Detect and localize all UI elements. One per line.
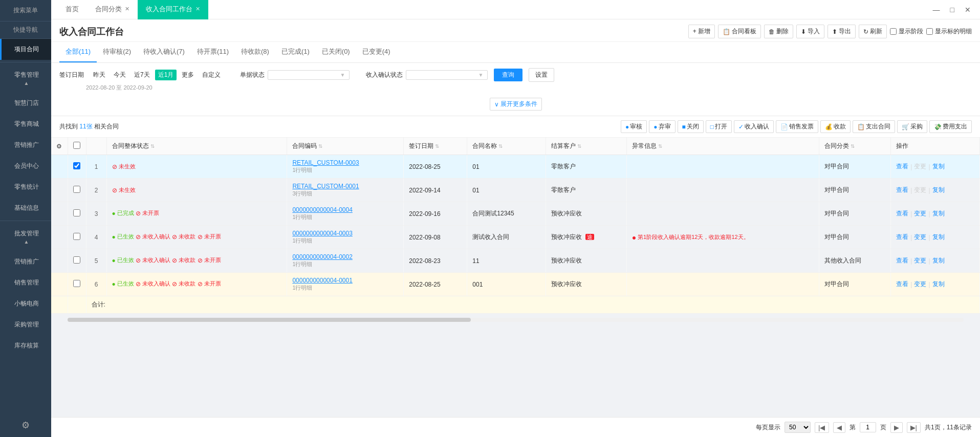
tab-home[interactable]: 首页 <box>57 0 87 19</box>
action-income-confirm-btn[interactable]: ✓ 收入确认 <box>734 120 774 133</box>
close-btn[interactable]: ✕ <box>962 6 974 14</box>
show-details-checkbox[interactable]: 显示标的明细 <box>926 27 972 36</box>
sidebar-item-member[interactable]: 会员中心 <box>0 156 51 177</box>
contract-link-4[interactable]: 0000000000004-0003 <box>292 230 398 237</box>
status-tab-pending-invoice[interactable]: 待开票(11) <box>191 42 235 62</box>
row-checkbox-3[interactable] <box>73 209 80 216</box>
action-expense-btn[interactable]: 💸 费用支出 <box>929 120 972 133</box>
status-tab-closed[interactable]: 已关闭(0) <box>316 42 356 62</box>
action-review-btn[interactable]: ● 审核 <box>621 120 647 133</box>
sidebar-nav[interactable]: 快捷导航 <box>0 21 51 39</box>
tab-income-workbench[interactable]: 收入合同工作台 ✕ <box>138 0 208 19</box>
action-close-btn[interactable]: ■ 关闭 <box>678 120 704 133</box>
date-btn-more[interactable]: 更多 <box>179 70 197 80</box>
action-abandon-review-btn[interactable]: ● 弃审 <box>649 120 675 133</box>
date-btn-1month[interactable]: 近1月 <box>155 70 177 80</box>
date-btn-custom[interactable]: 自定义 <box>199 70 224 80</box>
h-scroll[interactable] <box>68 318 964 322</box>
view-btn-3[interactable]: 查看 <box>896 209 908 218</box>
view-btn-5[interactable]: 查看 <box>896 256 908 265</box>
gear-icon[interactable]: ⚙ <box>56 143 62 150</box>
sidebar-item-purchase[interactable]: 采购管理 <box>0 314 51 335</box>
copy-btn-6[interactable]: 复制 <box>932 280 945 289</box>
tab-close-income-workbench[interactable]: ✕ <box>195 6 200 12</box>
action-open-btn[interactable]: □ 打开 <box>706 120 732 133</box>
sidebar-item-retail-stat[interactable]: 零售统计 <box>0 177 51 198</box>
refresh-button[interactable]: ↻ 刷新 <box>859 25 887 38</box>
sidebar-item-marketing[interactable]: 营销推广 <box>0 135 51 156</box>
row-checkbox-1[interactable] <box>73 162 80 169</box>
copy-btn-1[interactable]: 复制 <box>932 162 945 171</box>
status-tab-pending-income-confirm[interactable]: 待收入确认(7) <box>137 42 191 62</box>
minimize-btn[interactable]: — <box>930 6 943 14</box>
status-tab-changed[interactable]: 已变更(4) <box>356 42 397 62</box>
income-confirm-select[interactable]: ▼ <box>406 70 488 80</box>
delete-button[interactable]: 🗑 删除 <box>764 25 793 38</box>
row-checkbox-5[interactable] <box>73 256 80 264</box>
status-tab-pending-payment[interactable]: 待收款(8) <box>235 42 275 62</box>
edit-btn-5[interactable]: 变更 <box>914 256 926 265</box>
sidebar-item-retail-mgmt[interactable]: 零售管理 ▲ <box>0 64 51 93</box>
sidebar-search[interactable]: 搜索菜单 <box>0 0 51 21</box>
copy-btn-3[interactable]: 复制 <box>932 209 945 218</box>
per-page-select[interactable]: 50 100 200 <box>785 422 811 433</box>
row-checkbox-2[interactable] <box>73 186 80 193</box>
sidebar-item-sales-mgmt[interactable]: 销售管理 <box>0 272 51 293</box>
status-tab-pending-review[interactable]: 待审核(2) <box>97 42 137 62</box>
edit-btn-1[interactable]: 变更 <box>914 162 926 171</box>
sidebar-item-smart-store[interactable]: 智慧门店 <box>0 93 51 114</box>
date-btn-7days[interactable]: 近7天 <box>131 70 153 80</box>
contract-link-6[interactable]: 0000000000004-0001 <box>292 277 398 284</box>
tab-contract-category[interactable]: 合同分类 ✕ <box>87 0 138 19</box>
show-stages-checkbox[interactable]: 显示阶段 <box>890 27 923 36</box>
sidebar-item-inventory[interactable]: 库存核算 <box>0 335 51 356</box>
edit-btn-3[interactable]: 变更 <box>914 209 926 218</box>
status-tab-completed[interactable]: 已完成(1) <box>275 42 316 62</box>
next-page-btn[interactable]: ▶ <box>890 422 903 433</box>
view-btn-1[interactable]: 查看 <box>896 162 908 171</box>
sidebar-item-project[interactable]: 项目合同 <box>0 39 51 60</box>
first-page-btn[interactable]: |◀ <box>815 422 829 433</box>
view-btn-2[interactable]: 查看 <box>896 186 908 194</box>
prev-page-btn[interactable]: ◀ <box>833 422 845 433</box>
contract-link-5[interactable]: 0000000000004-0002 <box>292 253 398 260</box>
edit-btn-6[interactable]: 变更 <box>914 280 926 289</box>
new-button[interactable]: + 新增 <box>688 25 715 38</box>
row-checkbox-4[interactable] <box>73 233 80 240</box>
sidebar-item-marketing2[interactable]: 营销推广 <box>0 251 51 272</box>
h-scroll-thumb[interactable] <box>68 318 471 322</box>
action-payment-btn[interactable]: 💰 收款 <box>820 120 851 133</box>
copy-btn-2[interactable]: 复制 <box>932 186 945 194</box>
view-btn-4[interactable]: 查看 <box>896 233 908 242</box>
contract-link-3[interactable]: 0000000000004-0004 <box>292 206 398 213</box>
copy-btn-5[interactable]: 复制 <box>932 256 945 265</box>
contract-link-1[interactable]: RETAIL_CUSTOM-0003 <box>292 159 398 166</box>
export-button[interactable]: ⬆ 导出 <box>827 25 856 38</box>
maximize-btn[interactable]: □ <box>947 6 957 14</box>
select-all-checkbox[interactable] <box>73 142 80 149</box>
last-page-btn[interactable]: ▶| <box>907 422 921 433</box>
sidebar-settings[interactable]: ⚙ <box>0 413 51 437</box>
action-expense-contract-btn[interactable]: 📋 支出合同 <box>853 120 895 133</box>
sidebar-item-retail-mall[interactable]: 零售商城 <box>0 114 51 135</box>
copy-btn-4[interactable]: 复制 <box>932 233 945 242</box>
import-button[interactable]: ⬇ 导入 <box>796 25 824 38</box>
query-button[interactable]: 查询 <box>494 69 522 81</box>
sidebar-item-wholesale[interactable]: 批发管理 ▲ <box>0 223 51 251</box>
date-btn-yesterday[interactable]: 昨天 <box>90 70 108 80</box>
expand-more-btn[interactable]: ∨ 展开更多条件 <box>490 98 542 111</box>
sidebar-item-ecommerce[interactable]: 小畅电商 <box>0 293 51 314</box>
contract-board-button[interactable]: 📋 合同看板 <box>718 25 761 38</box>
action-purchase-btn[interactable]: 🛒 采购 <box>897 120 927 133</box>
setting-button[interactable]: 设置 <box>529 68 554 82</box>
doc-status-select[interactable]: ▼ <box>268 70 350 80</box>
row-checkbox-6[interactable] <box>73 280 80 287</box>
sidebar-item-base-info[interactable]: 基础信息 <box>0 198 51 218</box>
view-btn-6[interactable]: 查看 <box>896 280 908 289</box>
date-btn-today[interactable]: 今天 <box>111 70 129 80</box>
status-tab-all[interactable]: 全部(11) <box>59 42 97 62</box>
edit-btn-4[interactable]: 变更 <box>914 233 926 242</box>
edit-btn-2[interactable]: 变更 <box>914 186 926 194</box>
action-sales-invoice-btn[interactable]: 📄 销售发票 <box>776 120 818 133</box>
tab-close-contract-category[interactable]: ✕ <box>125 6 129 12</box>
